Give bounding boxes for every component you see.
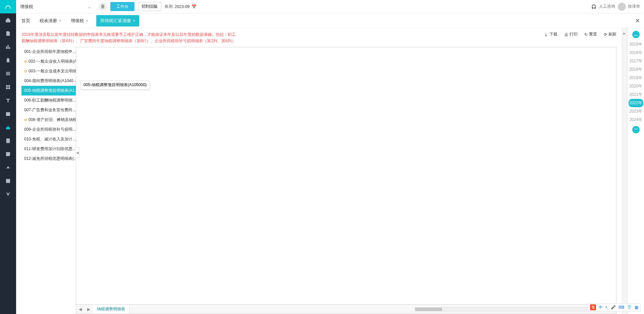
sheet-tab[interactable]: 纳税调整明细表 — [93, 305, 129, 313]
nav-chart-icon[interactable] — [0, 40, 16, 54]
close-all-tabs-button[interactable]: ✕ — [635, 17, 640, 24]
nav-tax-icon[interactable] — [0, 121, 16, 134]
nav-play-icon[interactable] — [0, 174, 16, 188]
close-icon[interactable]: × — [133, 18, 135, 23]
form-item-label: 005-纳税调整项目明细表(A1… — [24, 88, 76, 93]
form-item-label: 007-广告费和业务宣传费跨… — [24, 107, 76, 113]
user-menu[interactable]: 徐泽华 — [618, 3, 640, 11]
collapse-handle[interactable]: ◀ — [75, 147, 80, 158]
year-button[interactable]: 2023年 — [629, 107, 643, 116]
close-icon[interactable]: × — [86, 18, 88, 23]
calendar-icon[interactable]: 📅 — [192, 4, 197, 9]
sheet-nav-prev[interactable]: ◀ — [76, 307, 85, 312]
form-list-item[interactable]: 012-减免所得税优惠明细表(… — [21, 154, 76, 164]
form-item-label: 011-研发费用加计扣除优惠… — [24, 146, 76, 152]
ime-punct-icon[interactable]: •, — [605, 305, 608, 310]
switch-old-button[interactable]: 切到旧版 — [138, 2, 161, 11]
workbench-button[interactable]: 工作台 — [110, 2, 135, 11]
form-list-item[interactable]: 007-广告费和业务宣传费跨… — [21, 105, 76, 115]
spreadsheet: ◀ ▶ 纳税调整明细表 — [76, 47, 616, 314]
warning-banner: 2019年度涉及取以前年度结转数据的申报表单元格需要手工维护正确，才能保证本年及… — [21, 32, 236, 44]
round-menu-button[interactable]: ☰ — [98, 2, 107, 11]
period-value[interactable]: 2023-09 — [175, 4, 190, 9]
nav-home-icon[interactable] — [0, 13, 16, 27]
chevron-down-icon[interactable]: ⌄ — [87, 3, 92, 10]
tab-label: 首页 — [21, 18, 30, 24]
avatar — [618, 3, 626, 11]
sheet-nav-next[interactable]: ▶ — [85, 307, 93, 312]
year-button[interactable]: 2018年 — [629, 65, 643, 74]
form-list-item[interactable]: 004-期间费用明细表(A1040… — [21, 76, 76, 86]
tabbar: 首页税表清册×增值税×所得税汇算清缴× ✕ — [16, 13, 644, 28]
warning-icon: ⊘ — [24, 69, 27, 73]
form-list-item[interactable]: 009-企业所得税弥补亏损明… — [21, 125, 76, 134]
horizontal-scrollbar[interactable] — [415, 307, 616, 311]
form-item-label: 002-一般企业收入明细表(A… — [29, 59, 76, 64]
ime-mic-icon[interactable]: 🎤 — [611, 305, 616, 310]
form-item-label: 012-减免所得税优惠明细表(… — [24, 156, 76, 162]
form-list-item[interactable]: 001-企业所得税年度纳税申… — [21, 47, 76, 57]
form-list-item[interactable]: 005-纳税调整项目明细表(A1… — [21, 86, 76, 96]
ime-skin-icon[interactable]: 👕 — [627, 305, 632, 310]
nav-text-icon[interactable] — [0, 94, 16, 107]
form-item-label: 009-企业所得税弥补亏损明… — [24, 127, 76, 132]
year-button[interactable]: 2022年 — [629, 99, 643, 107]
ime-logo-icon: S — [590, 304, 596, 310]
nav-inbox-icon[interactable] — [0, 147, 16, 161]
module-title[interactable]: 增值税 — [20, 4, 80, 10]
nav-grid-icon[interactable] — [0, 80, 16, 94]
nav-doc-icon[interactable] — [0, 27, 16, 40]
year-button[interactable]: 2024年 — [629, 116, 643, 124]
support-link[interactable]: 人工咨询 — [599, 4, 615, 9]
year-button[interactable]: 2015年 — [629, 40, 643, 49]
close-icon[interactable]: × — [59, 18, 61, 23]
ime-toolbar[interactable]: S 中 •, 🎤 ⌨ 👕 ▦ — [588, 303, 641, 311]
ime-lang[interactable]: 中 — [599, 305, 603, 310]
refresh-button[interactable]: ⟳ 刷新 — [604, 32, 616, 37]
form-tooltip: 005-纳税调整项目明细表(A105000) — [80, 80, 150, 89]
headset-icon[interactable]: 🎧 — [591, 4, 596, 9]
ime-tool-icon[interactable]: ▦ — [635, 305, 638, 310]
year-down-button[interactable]: ︾ — [632, 126, 640, 133]
year-button[interactable]: 2016年 — [629, 49, 643, 57]
form-list-item[interactable]: 011-研发费用加计扣除优惠… — [21, 144, 76, 154]
period-label: 账期 — [165, 4, 173, 9]
tab-1[interactable]: 税表清册× — [38, 14, 63, 27]
year-button[interactable]: 2021年 — [629, 90, 643, 99]
tab-label: 税表清册 — [40, 18, 57, 24]
tab-2[interactable]: 增值税× — [69, 14, 90, 27]
side-expand-handle[interactable]: ▶ — [622, 28, 627, 314]
print-button[interactable]: 🖨 打印 — [564, 32, 578, 37]
user-name: 徐泽华 — [628, 4, 640, 9]
tab-label: 所得税汇算清缴 — [100, 18, 131, 24]
form-item-label: 010-免税、减计收入及加计… — [24, 136, 76, 142]
form-list-item[interactable]: ⊘002-一般企业收入明细表(A… — [21, 57, 76, 66]
form-list-item[interactable]: 010-免税、减计收入及加计… — [21, 134, 76, 144]
year-up-button[interactable]: ︽ — [632, 31, 640, 38]
left-nav — [0, 0, 16, 314]
form-item-label: 008-资产折旧、摊销及纳税… — [29, 117, 76, 123]
warning-icon: ⊘ — [24, 59, 27, 64]
logo[interactable] — [0, 0, 16, 13]
nav-v-icon[interactable] — [0, 188, 16, 201]
form-list-item[interactable]: ⊘008-资产折旧、摊销及纳税… — [21, 115, 76, 125]
nav-date-icon[interactable] — [0, 107, 16, 121]
topbar: 增值税 ⌄ ☰ 工作台 切到旧版 账期 2023-09 📅 🎧 人工咨询 徐泽华 — [16, 0, 644, 13]
ime-keyboard-icon[interactable]: ⌨ — [619, 305, 624, 310]
warning-icon: ⊘ — [24, 118, 27, 122]
year-button[interactable]: 2019年 — [629, 74, 643, 82]
download-button[interactable]: ⭳ 下载 — [544, 32, 557, 37]
nav-list-icon[interactable] — [0, 67, 16, 80]
form-list-item[interactable]: ⊘003-一般企业成本支出明细… — [21, 66, 76, 76]
year-button[interactable]: 2017年 — [629, 57, 643, 65]
form-item-label: 004-期间费用明细表(A1040… — [24, 78, 76, 84]
nav-export-icon[interactable] — [0, 134, 16, 147]
form-item-label: 006-职工薪酬纳税调整明细… — [24, 98, 76, 103]
reset-button[interactable]: ↻ 重置 — [584, 32, 597, 37]
tab-3[interactable]: 所得税汇算清缴× — [96, 15, 139, 26]
form-list-item[interactable]: 006-职工薪酬纳税调整明细… — [21, 96, 76, 105]
nav-bag-icon[interactable] — [0, 54, 16, 67]
nav-settings-icon[interactable] — [0, 161, 16, 174]
tab-0[interactable]: 首页 — [20, 14, 32, 27]
year-button[interactable]: 2020年 — [629, 82, 643, 90]
